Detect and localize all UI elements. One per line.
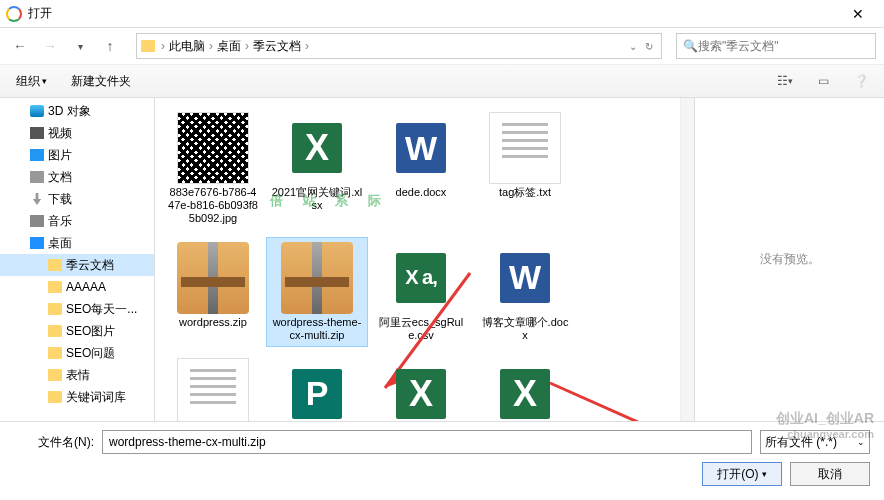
sidebar-item[interactable]: 季云文档: [0, 254, 154, 276]
folder-icon: [48, 369, 62, 381]
breadcrumb-item[interactable]: 此电脑: [167, 38, 207, 55]
filename-input[interactable]: [102, 430, 752, 454]
file-item[interactable]: 883e7676-b786-447e-b816-6b093f85b092.jpg: [163, 108, 263, 230]
close-button[interactable]: ✕: [838, 0, 878, 27]
file-thumb: [177, 112, 249, 184]
file-name: wordpress-theme-cx-multi.zip: [271, 316, 363, 342]
breadcrumb[interactable]: › 此电脑 › 桌面 › 季云文档 › ⌄ ↻: [136, 33, 662, 59]
sidebar-item-label: SEO每天一...: [66, 301, 137, 318]
file-thumb: [281, 242, 353, 314]
sidebar-item[interactable]: 视频: [0, 122, 154, 144]
file-item[interactable]: 阿里云ecs_sgRule.csv: [371, 238, 471, 346]
main-area: 3D 对象视频图片文档下载音乐桌面季云文档AAAAASEO每天一...SEO图片…: [0, 98, 884, 421]
back-button[interactable]: ←: [8, 34, 32, 58]
folder-icon: [48, 281, 62, 293]
sidebar-item[interactable]: AAAAA: [0, 276, 154, 298]
sidebar-item-label: 下载: [48, 191, 72, 208]
file-item[interactable]: tag标签.txt: [475, 108, 575, 230]
open-button[interactable]: 打开(O) ▾: [702, 462, 782, 486]
sidebar-item[interactable]: SEO每天一...: [0, 298, 154, 320]
refresh-icon[interactable]: ↻: [641, 41, 657, 52]
file-name: 阿里云ecs_sgRule.csv: [375, 316, 467, 342]
sidebar-item[interactable]: 文档: [0, 166, 154, 188]
file-item[interactable]: 出版物1.png: [163, 354, 263, 421]
folder-icon: [48, 325, 62, 337]
sidebar-item[interactable]: SEO图片: [0, 320, 154, 342]
search-icon: 🔍: [683, 39, 698, 53]
titlebar: 打开 ✕: [0, 0, 884, 28]
file-thumb: [385, 358, 457, 421]
sidebar-item[interactable]: 音乐: [0, 210, 154, 232]
desktop-icon: [30, 237, 44, 249]
sidebar-item-label: 视频: [48, 125, 72, 142]
doc-icon: [30, 171, 44, 183]
folder-icon: [141, 40, 155, 52]
file-item[interactable]: 出版物1.pub: [267, 354, 367, 421]
scrollbar[interactable]: [680, 98, 694, 421]
file-item[interactable]: 博客文章哪个.docx: [475, 238, 575, 346]
file-list[interactable]: 883e7676-b786-447e-b816-6b093f85b092.jpg…: [155, 98, 680, 421]
sidebar-item[interactable]: SEO问题: [0, 342, 154, 364]
sidebar-item-label: AAAAA: [66, 280, 106, 294]
file-thumb: [489, 358, 561, 421]
music-icon: [30, 215, 44, 227]
forward-button[interactable]: →: [38, 34, 62, 58]
threed-icon: [30, 105, 44, 117]
cancel-button[interactable]: 取消: [790, 462, 870, 486]
sidebar-item[interactable]: 图片: [0, 144, 154, 166]
file-item[interactable]: wordpress-theme-cx-multi.zip: [267, 238, 367, 346]
sidebar-item-label: SEO问题: [66, 345, 115, 362]
organize-dropdown[interactable]: 组织 ▾: [10, 69, 53, 94]
search-input[interactable]: [698, 39, 869, 53]
sidebar-item-label: 图片: [48, 147, 72, 164]
sidebar-item-label: 3D 对象: [48, 103, 91, 120]
sidebar-item-label: 音乐: [48, 213, 72, 230]
sidebar-item[interactable]: 表情: [0, 364, 154, 386]
file-item[interactable]: [371, 354, 471, 421]
picture-icon: [30, 149, 44, 161]
view-options-button[interactable]: ☷ ▾: [772, 69, 798, 93]
sidebar-item[interactable]: 关键词词库: [0, 386, 154, 408]
file-thumb: [281, 112, 353, 184]
file-thumb: [385, 112, 457, 184]
sidebar-item-label: 关键词词库: [66, 389, 126, 406]
file-thumb: [177, 242, 249, 314]
video-icon: [30, 127, 44, 139]
watermark: 创业AI_创业AR chuangyear.com: [776, 410, 874, 440]
sidebar-item[interactable]: 桌面: [0, 232, 154, 254]
file-name: wordpress.zip: [179, 316, 247, 329]
file-name: tag标签.txt: [499, 186, 551, 199]
up-button[interactable]: ↑: [98, 34, 122, 58]
file-name: 博客文章哪个.docx: [479, 316, 571, 342]
navbar: ← → ▾ ↑ › 此电脑 › 桌面 › 季云文档 › ⌄ ↻ 🔍: [0, 28, 884, 64]
sidebar-item-label: SEO图片: [66, 323, 115, 340]
file-name: 883e7676-b786-447e-b816-6b093f85b092.jpg: [167, 186, 259, 226]
folder-icon: [48, 347, 62, 359]
breadcrumb-item[interactable]: 桌面: [215, 38, 243, 55]
new-folder-button[interactable]: 新建文件夹: [65, 69, 137, 94]
file-thumb: [489, 112, 561, 184]
window-title: 打开: [28, 5, 838, 22]
recent-dropdown[interactable]: ▾: [68, 34, 92, 58]
sidebar-item[interactable]: 下载: [0, 188, 154, 210]
sidebar-item-label: 文档: [48, 169, 72, 186]
file-item[interactable]: dede.docx: [371, 108, 471, 230]
file-thumb: [385, 242, 457, 314]
sidebar-item-label: 季云文档: [66, 257, 114, 274]
help-button[interactable]: ❔: [848, 69, 874, 93]
search-box[interactable]: 🔍: [676, 33, 876, 59]
sidebar-item[interactable]: 3D 对象: [0, 100, 154, 122]
breadcrumb-item[interactable]: 季云文档: [251, 38, 303, 55]
file-item[interactable]: wordpress.zip: [163, 238, 263, 346]
file-area: 883e7676-b786-447e-b816-6b093f85b092.jpg…: [155, 98, 884, 421]
file-thumb: [489, 242, 561, 314]
file-item[interactable]: 2021官网关键词.xlsx: [267, 108, 367, 230]
preview-pane-button[interactable]: ▭: [810, 69, 836, 93]
watermark: 倍 站 系 际: [270, 192, 389, 210]
filename-label: 文件名(N):: [14, 434, 94, 451]
download-icon: [30, 193, 44, 205]
chevron-down-icon[interactable]: ⌄: [625, 41, 641, 52]
file-item[interactable]: [475, 354, 575, 421]
sidebar: 3D 对象视频图片文档下载音乐桌面季云文档AAAAASEO每天一...SEO图片…: [0, 98, 155, 421]
folder-icon: [48, 391, 62, 403]
